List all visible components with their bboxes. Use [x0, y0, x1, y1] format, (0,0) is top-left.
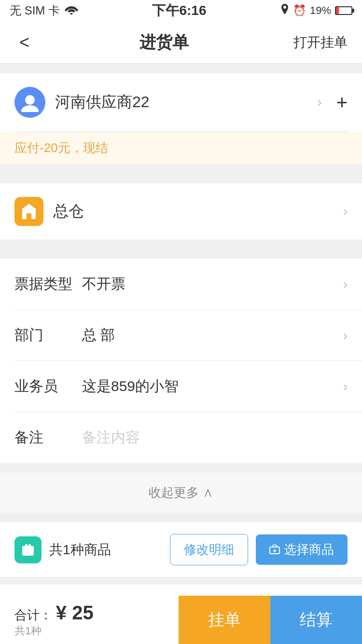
- svg-rect-7: [25, 544, 28, 548]
- department-value: 总 部: [82, 325, 343, 345]
- battery-icon: [335, 6, 352, 15]
- bottom-bar: 合计： ¥ 25 共1种 挂单 结算: [0, 596, 362, 644]
- product-header: 共1种商品 修改明细 选择商品: [0, 522, 362, 577]
- status-time: 下午6:16: [152, 1, 206, 20]
- warehouse-icon: [14, 197, 43, 226]
- department-chevron-icon: ›: [343, 328, 348, 343]
- svg-point-1: [25, 95, 35, 105]
- total-section: 合计： ¥ 25 共1种: [0, 602, 179, 638]
- collapse-toggle[interactable]: 收起更多 ∧: [0, 473, 362, 513]
- invoice-type-value: 不开票: [82, 274, 343, 294]
- salesperson-chevron-icon: ›: [343, 379, 348, 394]
- select-product-label: 选择商品: [284, 541, 334, 558]
- warehouse-section: 总仓 ›: [0, 183, 362, 239]
- form-section: 票据类型 不开票 › 部门 总 部 › 业务员 这是859的小智 › 备注 备注…: [0, 259, 362, 463]
- invoice-type-row[interactable]: 票据类型 不开票 ›: [0, 259, 362, 309]
- supplier-avatar: [14, 87, 45, 118]
- supplier-row[interactable]: 河南供应商22 › +: [0, 73, 362, 131]
- product-count-label: 共1种商品: [49, 541, 170, 559]
- gap4: [0, 513, 362, 522]
- battery-percent: 19%: [310, 4, 331, 17]
- total-row: 合计： ¥ 25: [14, 602, 164, 624]
- wifi-icon: [65, 4, 78, 17]
- svg-point-2: [21, 105, 39, 112]
- remark-label: 备注: [14, 428, 82, 448]
- warehouse-name: 总仓: [53, 201, 343, 222]
- carrier-label: 无 SIM 卡: [10, 3, 60, 18]
- location-icon: [280, 4, 289, 17]
- gap2: [0, 164, 362, 174]
- hang-button[interactable]: 挂单: [179, 596, 270, 644]
- alarm-icon: ⏰: [293, 4, 306, 17]
- department-label: 部门: [14, 325, 82, 345]
- product-count-icon: [14, 536, 42, 563]
- svg-rect-6: [22, 546, 34, 556]
- gap1: [0, 64, 362, 73]
- svg-point-0: [70, 13, 73, 15]
- status-right: ⏰ 19%: [280, 4, 352, 17]
- gap3: [0, 239, 362, 249]
- svg-marker-4: [21, 204, 37, 210]
- warehouse-chevron-icon: ›: [343, 204, 348, 219]
- total-count: 共1种: [14, 624, 164, 638]
- supplier-right: › +: [317, 92, 348, 113]
- supplier-name: 河南供应商22: [55, 92, 317, 113]
- salesperson-label: 业务员: [14, 377, 82, 396]
- salesperson-value: 这是859的小智: [82, 377, 343, 396]
- back-button[interactable]: <: [14, 28, 34, 57]
- cart-icon: [269, 545, 280, 555]
- invoice-chevron-icon: ›: [343, 277, 348, 292]
- supplier-section: 河南供应商22 › + 应付-20元，现结: [0, 73, 362, 164]
- nav-bar: < 进货单 打开挂单: [0, 21, 362, 64]
- total-amount: ¥ 25: [56, 602, 94, 623]
- edit-detail-button[interactable]: 修改明细: [170, 534, 248, 565]
- checkout-button[interactable]: 结算: [270, 596, 362, 644]
- remark-input[interactable]: 备注内容: [82, 428, 348, 448]
- department-row[interactable]: 部门 总 部 ›: [0, 310, 362, 361]
- warehouse-row[interactable]: 总仓 ›: [0, 183, 362, 239]
- add-supplier-button[interactable]: +: [336, 92, 348, 113]
- open-hang-button[interactable]: 打开挂单: [293, 33, 348, 52]
- supplier-chevron-icon: ›: [317, 95, 321, 110]
- invoice-type-label: 票据类型: [14, 274, 82, 294]
- page-title: 进货单: [139, 31, 189, 54]
- select-product-button[interactable]: 选择商品: [256, 534, 348, 565]
- salesperson-row[interactable]: 业务员 这是859的小智 ›: [0, 361, 362, 412]
- remark-row[interactable]: 备注 备注内容: [0, 412, 362, 463]
- status-bar: 无 SIM 卡 下午6:16 ⏰ 19%: [0, 0, 362, 21]
- svg-rect-5: [27, 213, 31, 219]
- svg-rect-8: [28, 544, 31, 548]
- status-left: 无 SIM 卡: [10, 3, 78, 18]
- total-label: 合计：: [14, 608, 52, 622]
- owed-notice: 应付-20元，现结: [0, 132, 362, 164]
